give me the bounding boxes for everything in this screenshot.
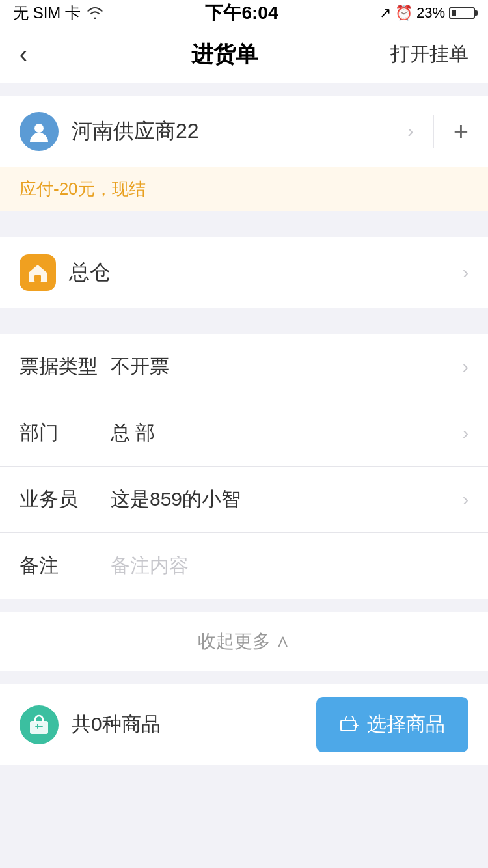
battery-icon [449, 7, 475, 19]
cart-icon [340, 716, 359, 733]
open-pending-button[interactable]: 打开挂单 [390, 41, 468, 68]
gray-fill-area [0, 765, 488, 868]
status-right: ↗ ⏰ 23% [379, 5, 475, 21]
person-icon [27, 120, 51, 143]
location-icon: ↗ [379, 5, 391, 21]
page-title: 进货单 [191, 40, 258, 70]
battery-percent: 23% [416, 5, 445, 21]
collapse-row[interactable]: 收起更多 ∧ [0, 612, 488, 671]
status-bar: 无 SIM 卡 下午6:04 ↗ ⏰ 23% [0, 0, 488, 26]
supplier-chevron-icon: › [407, 121, 413, 142]
warehouse-label: 总仓 [69, 258, 463, 287]
collapse-label: 收起更多 ∧ [198, 629, 291, 654]
product-count-label: 共0种商品 [72, 711, 303, 738]
department-label: 部门 [20, 420, 98, 446]
add-supplier-button[interactable]: + [454, 117, 468, 146]
section-gap-2 [0, 211, 488, 224]
select-product-label: 选择商品 [367, 711, 445, 738]
alert-text: 应付-20元，现结 [20, 179, 146, 198]
remarks-label: 备注 [20, 552, 98, 579]
status-left: 无 SIM 卡 [13, 3, 104, 23]
ticket-type-label: 票据类型 [20, 353, 98, 380]
product-icon-wrap [20, 705, 59, 744]
alert-banner: 应付-20元，现结 [0, 167, 488, 211]
carrier-label: 无 SIM 卡 [13, 3, 81, 23]
department-value: 总 部 [98, 420, 463, 446]
supplier-avatar [20, 112, 59, 151]
supplier-name: 河南供应商22 [72, 117, 407, 146]
supplier-actions: › + [407, 115, 468, 148]
department-row[interactable]: 部门 总 部 › [0, 400, 488, 467]
section-gap-1 [0, 83, 488, 96]
status-time: 下午6:04 [205, 1, 278, 25]
warehouse-icon [20, 254, 56, 291]
section-gap-3 [0, 308, 488, 321]
house-icon [27, 264, 48, 282]
bottom-bar: 共0种商品 选择商品 [0, 684, 488, 765]
supplier-row[interactable]: 河南供应商22 › + [0, 96, 488, 167]
salesperson-chevron-icon: › [463, 489, 468, 510]
wifi-icon [86, 7, 104, 20]
vertical-divider [433, 115, 434, 148]
svg-rect-2 [30, 721, 48, 734]
salesperson-row[interactable]: 业务员 这是859的小智 › [0, 467, 488, 533]
warehouse-chevron-icon: › [463, 262, 468, 283]
svg-rect-1 [34, 275, 41, 282]
shopping-bag-icon [27, 714, 51, 735]
salesperson-label: 业务员 [20, 486, 98, 513]
ticket-type-chevron-icon: › [463, 357, 468, 377]
department-chevron-icon: › [463, 423, 468, 444]
warehouse-section: 总仓 › [0, 237, 488, 308]
svg-point-0 [34, 124, 44, 133]
select-product-button[interactable]: 选择商品 [316, 697, 468, 752]
svg-rect-3 [341, 720, 355, 731]
ticket-type-row[interactable]: 票据类型 不开票 › [0, 334, 488, 400]
nav-bar: ‹ 进货单 打开挂单 [0, 26, 488, 83]
remarks-input[interactable]: 备注内容 [98, 552, 468, 579]
warehouse-row[interactable]: 总仓 › [0, 237, 488, 308]
ticket-type-value: 不开票 [98, 353, 463, 380]
supplier-section: 河南供应商22 › + 应付-20元，现结 [0, 96, 488, 211]
alarm-icon: ⏰ [395, 5, 413, 21]
back-button[interactable]: ‹ [20, 41, 59, 68]
salesperson-value: 这是859的小智 [98, 486, 463, 513]
remarks-row[interactable]: 备注 备注内容 [0, 533, 488, 599]
form-section: 票据类型 不开票 › 部门 总 部 › 业务员 这是859的小智 › 备注 备注… [0, 334, 488, 599]
